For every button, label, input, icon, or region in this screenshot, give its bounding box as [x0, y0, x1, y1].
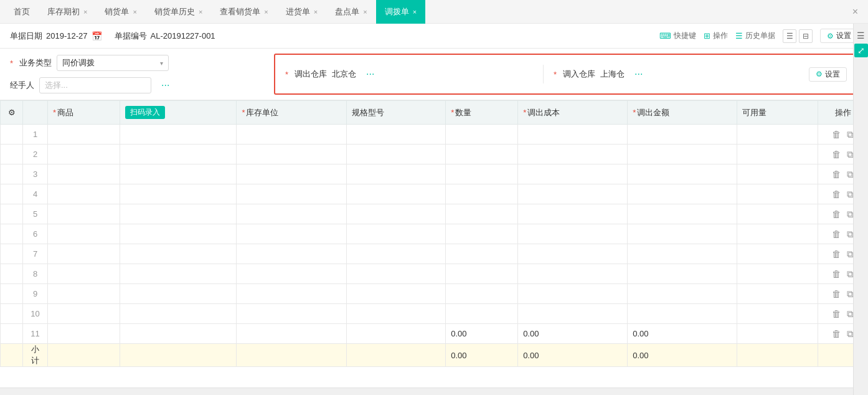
row-unit-cell[interactable] — [237, 284, 346, 304]
calendar-icon[interactable]: 📅 — [92, 31, 102, 41]
row-cost-cell[interactable] — [518, 125, 628, 145]
tab-purchase-order-close[interactable]: × — [314, 8, 318, 16]
row-unit-cell[interactable] — [237, 164, 346, 184]
row-delete-button[interactable]: 🗑 — [830, 169, 843, 179]
out-warehouse-more-button[interactable]: ··· — [361, 69, 379, 80]
row-cost-cell[interactable] — [518, 304, 628, 324]
row-qty-cell[interactable] — [446, 125, 518, 145]
tab-purchase-order[interactable]: 进货单 × — [277, 0, 326, 24]
row-spec-cell[interactable] — [346, 224, 446, 244]
row-delete-button[interactable]: 🗑 — [830, 209, 843, 219]
tab-view-sales[interactable]: 查看销货单 × — [211, 0, 276, 24]
row-delete-button[interactable]: 🗑 — [830, 308, 843, 319]
tab-home[interactable]: 首页 — [5, 0, 39, 24]
row-amount-cell[interactable] — [628, 164, 737, 184]
row-cost-cell[interactable] — [518, 204, 628, 224]
person-more-button[interactable]: ··· — [156, 80, 174, 91]
row-delete-button[interactable]: 🗑 — [830, 129, 843, 140]
tab-transfer-close[interactable]: × — [413, 8, 417, 16]
row-cost-cell[interactable] — [518, 224, 628, 244]
row-spec-cell[interactable] — [346, 125, 446, 145]
row-delete-button[interactable]: 🗑 — [830, 269, 843, 279]
row-unit-cell[interactable] — [237, 204, 346, 224]
row-spec-cell[interactable] — [346, 304, 446, 324]
tab-transfer[interactable]: 调拨单 × — [376, 0, 425, 24]
sidebar-expand-icon[interactable]: ⤢ — [854, 44, 868, 57]
row-unit-cell[interactable] — [237, 125, 346, 145]
settings-button[interactable]: ⚙ 设置 — [820, 29, 858, 43]
tab-inventory-init[interactable]: 库存期初 × — [39, 0, 96, 24]
tab-sales-order[interactable]: 销货单 × — [96, 0, 145, 24]
row-product-cell[interactable] — [48, 204, 120, 224]
row-product-cell[interactable] — [48, 284, 120, 304]
row-spec-cell[interactable] — [346, 204, 446, 224]
in-warehouse-more-button[interactable]: ··· — [630, 69, 648, 80]
tab-inventory-init-close[interactable]: × — [83, 8, 87, 16]
tab-inventory-check-close[interactable]: × — [363, 8, 367, 16]
person-select[interactable]: 选择... — [39, 77, 151, 93]
shortcuts-button[interactable]: ⌨ 快捷键 — [659, 31, 696, 41]
close-all-tabs[interactable]: × — [847, 4, 863, 20]
row-product-cell[interactable] — [48, 224, 120, 244]
row-amount-cell[interactable] — [628, 264, 737, 284]
row-qty-cell[interactable] — [446, 204, 518, 224]
tab-sales-order-close[interactable]: × — [133, 8, 136, 16]
row-amount-cell[interactable] — [628, 125, 737, 145]
row-spec-cell[interactable] — [346, 244, 446, 264]
row-unit-cell[interactable] — [237, 244, 346, 264]
business-type-select[interactable]: 同价调拨 ▾ — [57, 55, 169, 71]
row-product-cell[interactable] — [48, 145, 120, 164]
layout-list-button[interactable]: ☰ — [783, 29, 796, 43]
sidebar-list-icon[interactable]: ☰ — [854, 29, 868, 42]
row-spec-cell[interactable] — [346, 284, 446, 304]
row-amount-cell[interactable] — [628, 145, 737, 164]
row-product-cell[interactable] — [48, 164, 120, 184]
row-product-cell[interactable] — [48, 125, 120, 145]
ops-button[interactable]: ⊞ 操作 — [704, 31, 728, 41]
row-unit-cell[interactable] — [237, 264, 346, 284]
row-delete-button[interactable]: 🗑 — [830, 189, 843, 199]
row-qty-cell[interactable] — [446, 304, 518, 324]
row-cost-cell[interactable] — [518, 284, 628, 304]
row-product-cell[interactable] — [48, 264, 120, 284]
horizontal-scrollbar[interactable] — [0, 388, 868, 395]
row-amount-cell[interactable] — [628, 304, 737, 324]
row-product-cell[interactable] — [48, 244, 120, 264]
row-unit-cell[interactable] — [237, 184, 346, 204]
row-cost-cell[interactable] — [518, 164, 628, 184]
row-spec-cell[interactable] — [346, 264, 446, 284]
row-cost-cell[interactable] — [518, 145, 628, 164]
row-cost-cell[interactable] — [518, 184, 628, 204]
row-spec-cell[interactable] — [346, 145, 446, 164]
tab-view-sales-close[interactable]: × — [264, 8, 268, 16]
tab-inventory-check[interactable]: 盘点单 × — [326, 0, 375, 24]
tab-sales-history[interactable]: 销货单历史 × — [146, 0, 211, 24]
row-spec-cell[interactable] — [346, 164, 446, 184]
history-button[interactable]: ☰ 历史单据 — [735, 31, 775, 41]
tab-sales-history-close[interactable]: × — [199, 8, 202, 16]
row-delete-button[interactable]: 🗑 — [830, 328, 843, 339]
row-delete-button[interactable]: 🗑 — [830, 249, 843, 259]
row-product-cell[interactable] — [48, 184, 120, 204]
row-amount-cell[interactable] — [628, 204, 737, 224]
row-amount-cell[interactable] — [628, 244, 737, 264]
row-amount-cell[interactable] — [628, 224, 737, 244]
row-amount-cell[interactable] — [628, 284, 737, 304]
row-spec-cell[interactable] — [346, 184, 446, 204]
row-unit-cell[interactable] — [237, 304, 346, 324]
row-qty-cell[interactable] — [446, 164, 518, 184]
row-product-cell[interactable] — [48, 304, 120, 324]
row-delete-button[interactable]: 🗑 — [830, 229, 843, 239]
row-qty-cell[interactable] — [446, 264, 518, 284]
row-qty-cell[interactable] — [446, 284, 518, 304]
layout-grid-button[interactable]: ⊟ — [799, 29, 813, 43]
row-qty-cell[interactable] — [446, 184, 518, 204]
row-qty-cell[interactable] — [446, 224, 518, 244]
row-unit-cell[interactable] — [237, 145, 346, 164]
row-delete-button[interactable]: 🗑 — [830, 288, 843, 299]
scan-button[interactable]: 扫码录入 — [125, 106, 165, 119]
warehouse-settings-button[interactable]: ⚙ 设置 — [809, 67, 847, 82]
row-qty-cell[interactable] — [446, 145, 518, 164]
gear-col-header[interactable]: ⚙ — [1, 101, 23, 125]
row-unit-cell[interactable] — [237, 224, 346, 244]
